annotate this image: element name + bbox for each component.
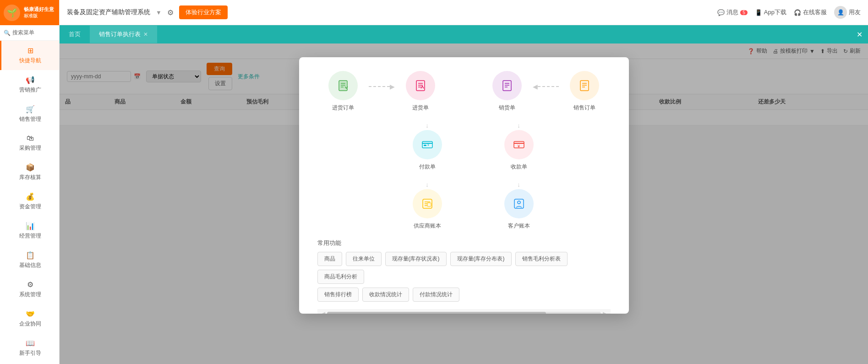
- tab-bar: 首页 销售订单执行表 ✕ ✕: [60, 25, 868, 43]
- enterprise-icon: 🤝: [26, 310, 35, 318]
- flow-node-sales-order[interactable]: 销售订单: [559, 71, 611, 112]
- func-btn-product-profit[interactable]: 商品毛利分析: [317, 270, 364, 284]
- sidebar-item-label: 系统管理: [19, 291, 41, 299]
- tab-sales-order[interactable]: 销售订单执行表 ✕: [90, 26, 157, 43]
- func-btn-stock-dist[interactable]: 现存量(库存分布表): [450, 252, 512, 266]
- sidebar-item-inventory[interactable]: 📦 库存核算: [0, 158, 59, 187]
- logo-name: 畅康通好生意: [24, 6, 54, 13]
- flow-node-sales-bill[interactable]: 销货单: [481, 71, 533, 112]
- modal-overlay[interactable]: 进货订单 ▶: [60, 43, 868, 364]
- arrow-down-receipt: ↓: [517, 121, 520, 130]
- flow-node-payment[interactable]: ¥ 付款单: [400, 130, 455, 171]
- sidebar-item-label: 经营管理: [19, 232, 41, 240]
- sales-bill-icon: [492, 71, 522, 100]
- func-btn-partners[interactable]: 往来单位: [346, 252, 382, 266]
- customer-account-icon: [504, 189, 534, 218]
- sidebar-item-enterprise[interactable]: 🤝 企业协同: [0, 304, 59, 333]
- purchase-bill-icon: [406, 71, 435, 100]
- purchase-icon: 🛍: [27, 134, 34, 142]
- sales-bill-label: 销货单: [499, 104, 515, 112]
- supplier-account-icon: [413, 189, 442, 218]
- svg-rect-24: [427, 203, 431, 206]
- top-header: 装备及固定资产辅助管理系统 ▼ ⚙ 体验行业方案 💬 消息 5 📱 App下载 …: [60, 0, 868, 25]
- app-action[interactable]: 📱 App下载: [755, 8, 786, 16]
- func-btn-stock-status[interactable]: 现存量(库存状况表): [385, 252, 447, 266]
- sidebar-item-basics[interactable]: 📋 基础信息: [0, 245, 59, 275]
- sidebar-search[interactable]: 🔍 搜索菜单: [0, 25, 59, 41]
- svg-rect-8: [503, 81, 511, 91]
- avatar: 👤: [834, 6, 847, 19]
- sidebar-item-finance[interactable]: 💰 资金管理: [0, 187, 59, 216]
- sidebar-nav: ⊞ 快捷导航 📢 营销推广 🛒 销售管理 🛍 采购管理 📦 库存核算 💰: [0, 41, 59, 364]
- sales-icon: 🛒: [26, 105, 35, 114]
- tab-home-label: 首页: [69, 30, 81, 38]
- system-icon: ⚙: [27, 280, 33, 289]
- common-functions-section: 常用功能 商品 往来单位 现存量(库存状况表) 现存量(库存分布表) 销售毛利分…: [317, 239, 611, 302]
- user-label: 用友: [849, 8, 861, 16]
- flow-node-supplier-account[interactable]: 供应商账本: [400, 189, 455, 230]
- common-buttons-row2: 销售排行榜 收款情况统计 付款情况统计: [317, 288, 611, 302]
- sidebar-item-quick-nav[interactable]: ⊞ 快捷导航: [0, 41, 59, 70]
- sidebar-item-label: 基础信息: [19, 261, 41, 269]
- sales-order-icon: [570, 71, 599, 100]
- settings-icon[interactable]: ⚙: [167, 8, 174, 17]
- basics-icon: 📋: [26, 251, 35, 260]
- message-action[interactable]: 💬 消息 5: [717, 8, 748, 16]
- sidebar-item-guide[interactable]: 📖 新手引导: [0, 333, 59, 363]
- sidebar-item-label: 新手引导: [19, 349, 41, 357]
- flow-diagram: 进货订单 ▶: [317, 71, 611, 230]
- func-btn-receipt-stats[interactable]: 收款情况统计: [362, 288, 409, 302]
- guide-icon: 📖: [26, 339, 35, 348]
- flow-node-receipt[interactable]: ¥ 收款单: [491, 130, 546, 171]
- horizontal-scrollbar[interactable]: [327, 312, 601, 314]
- system-title: 装备及固定资产辅助管理系统: [67, 8, 150, 16]
- dropdown-icon[interactable]: ▼: [156, 9, 162, 16]
- search-icon: 🔍: [4, 30, 11, 36]
- purchase-order-icon: [328, 71, 358, 100]
- header-actions: 💬 消息 5 📱 App下载 🎧 在线客服 👤 用友: [717, 6, 861, 19]
- sidebar-item-marketing[interactable]: 📢 营销推广: [0, 70, 59, 99]
- svg-rect-18: [424, 145, 426, 146]
- sidebar-item-system[interactable]: ⚙ 系统管理: [0, 275, 59, 304]
- customer-account-label: 客户账本: [508, 222, 530, 230]
- logo-icon: 🌱: [4, 5, 20, 21]
- flow-node-purchase-bill[interactable]: 进货单: [395, 71, 447, 112]
- sidebar-item-label: 营销推广: [19, 86, 41, 94]
- user-action[interactable]: 👤 用友: [834, 6, 861, 19]
- trial-button[interactable]: 体验行业方案: [179, 5, 228, 19]
- payment-label: 付款单: [419, 163, 436, 171]
- flow-node-customer-account[interactable]: 客户账本: [491, 189, 546, 230]
- sidebar-item-label: 销售管理: [19, 115, 41, 123]
- sidebar-item-label: 快捷导航: [19, 57, 41, 65]
- func-btn-sales-profit[interactable]: 销售毛利分析表: [515, 252, 568, 266]
- app-icon: 📱: [755, 9, 762, 16]
- quick-nav-icon: ⊞: [27, 46, 33, 55]
- sidebar-item-purchase[interactable]: 🛍 采购管理: [0, 129, 59, 158]
- close-all-tabs[interactable]: ✕: [851, 30, 868, 39]
- service-icon: 🎧: [794, 9, 801, 16]
- sidebar-item-operations[interactable]: 📊 经营管理: [0, 216, 59, 245]
- sidebar-item-label: 企业协同: [19, 320, 41, 328]
- sidebar-search-label: 搜索菜单: [12, 29, 34, 37]
- message-badge: 5: [740, 10, 748, 15]
- flow-node-purchase-order[interactable]: 进货订单: [317, 71, 369, 112]
- arrow-down-supplier: ↓: [426, 180, 429, 189]
- receipt-icon: ¥: [504, 130, 534, 159]
- page-inner: ❓ 帮助 🖨 按模板打印 ▼ ⬆ 导出 ↻ 刷新: [60, 43, 868, 364]
- tab-sales-order-label: 销售订单执行表: [99, 30, 141, 38]
- tab-home[interactable]: 首页: [60, 26, 90, 43]
- func-btn-sales-rank[interactable]: 销售排行榜: [317, 288, 359, 302]
- inventory-icon: 📦: [26, 163, 35, 172]
- sidebar: 🌱 畅康通好生意 标准版 🔍 搜索菜单 ⊞ 快捷导航 📢 营销推广 🛒 销售管理: [0, 0, 60, 364]
- func-btn-product[interactable]: 商品: [317, 252, 342, 266]
- common-functions-title: 常用功能: [317, 239, 611, 247]
- service-action[interactable]: 🎧 在线客服: [794, 8, 827, 16]
- app-label: App下载: [764, 8, 786, 16]
- logo-subtitle: 标准版: [24, 13, 54, 19]
- sidebar-item-sales[interactable]: 🛒 销售管理: [0, 99, 59, 129]
- svg-text:¥: ¥: [427, 143, 429, 147]
- tab-close-icon[interactable]: ✕: [143, 31, 148, 38]
- receipt-label: 收款单: [511, 163, 527, 171]
- scroll-area[interactable]: ◀ ▶: [317, 309, 611, 314]
- func-btn-payment-stats[interactable]: 付款情况统计: [413, 288, 459, 302]
